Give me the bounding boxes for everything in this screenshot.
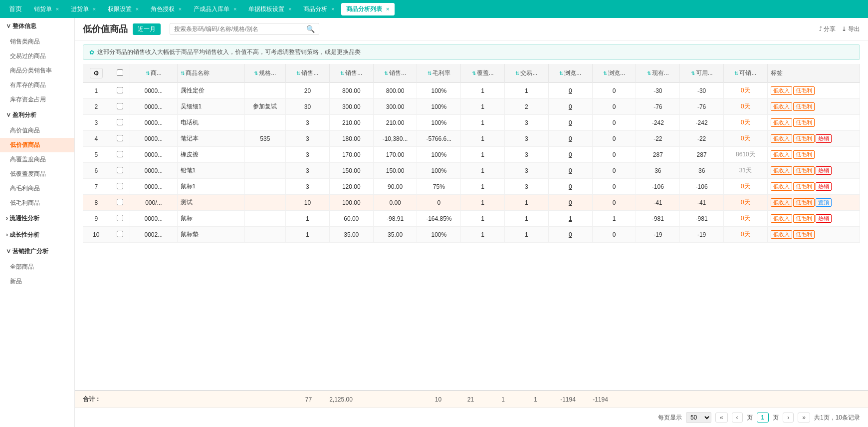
row-select-checkbox[interactable] xyxy=(117,103,123,109)
row-browse2: 0 xyxy=(592,179,636,195)
row-checkbox[interactable] xyxy=(110,179,130,195)
sidebar-section-marketing[interactable]: ∨ 营销推广分析 xyxy=(0,243,74,260)
row-browse1[interactable]: 0 xyxy=(548,83,592,99)
row-sale-val: 0.00 xyxy=(373,195,417,211)
col-header-name[interactable]: ⇅商品名称 xyxy=(177,64,244,83)
export-button[interactable]: ⤓ 导出 xyxy=(842,25,860,33)
col-header-stock[interactable]: ⇅现有... xyxy=(636,64,680,83)
sidebar-item-low-margin[interactable]: 低毛利商品 xyxy=(0,196,74,210)
row-select-checkbox[interactable] xyxy=(117,167,123,173)
col-header-sale-val[interactable]: ⇅销售... xyxy=(373,64,417,83)
sidebar-item-category-rate[interactable]: 商品分类销售率 xyxy=(0,63,74,78)
sidebar-item-high-value[interactable]: 高价值商品 xyxy=(0,123,74,138)
sidebar-item-sales-products[interactable]: 销售类商品 xyxy=(0,34,74,49)
col-header-code[interactable]: ⇅商... xyxy=(130,64,178,83)
col-header-coverage[interactable]: ⇅覆盖... xyxy=(461,64,505,83)
search-input[interactable] xyxy=(174,25,306,32)
row-checkbox[interactable] xyxy=(110,195,130,211)
tag-label: 低毛利 xyxy=(793,102,815,111)
sidebar-item-traded[interactable]: 交易过的商品 xyxy=(0,49,74,63)
first-page-button[interactable]: « xyxy=(715,413,728,423)
col-header-sale-qty[interactable]: ⇅销售... xyxy=(286,64,330,83)
last-page-button[interactable]: » xyxy=(798,413,810,423)
settings-gear-button[interactable]: ⚙ xyxy=(90,68,103,78)
sidebar-item-all-products[interactable]: 全部商品 xyxy=(0,260,74,274)
row-sale-qty: 3 xyxy=(286,147,330,163)
row-browse1[interactable]: 0 xyxy=(548,131,592,147)
sidebar-item-inventory-capital[interactable]: 库存资金占用 xyxy=(0,92,74,107)
sidebar-item-in-stock[interactable]: 有库存的商品 xyxy=(0,78,74,92)
col-header-checkbox[interactable] xyxy=(110,64,130,83)
nav-home[interactable]: 首页 xyxy=(4,2,27,15)
sidebar-section-circulation[interactable]: › 流通性分析 xyxy=(0,210,74,227)
search-icon[interactable]: 🔍 xyxy=(306,25,315,33)
row-select-checkbox[interactable] xyxy=(117,215,123,221)
nav-purchase[interactable]: 进货单 × xyxy=(66,3,101,15)
row-checkbox[interactable] xyxy=(110,211,130,227)
col-header-sellable[interactable]: ⇅可销... xyxy=(724,64,768,83)
row-select-checkbox[interactable] xyxy=(117,183,123,189)
row-gross-rate: 75% xyxy=(417,179,461,195)
row-select-checkbox[interactable] xyxy=(117,231,123,237)
sidebar-item-new-products[interactable]: 新品 xyxy=(0,274,74,289)
row-browse1[interactable]: 0 xyxy=(548,163,592,179)
sidebar-item-high-margin[interactable]: 高毛利商品 xyxy=(0,181,74,196)
row-browse1[interactable]: 0 xyxy=(548,99,592,115)
row-checkbox[interactable] xyxy=(110,99,130,115)
filter-recent-month-button[interactable]: 近一月 xyxy=(133,23,161,35)
info-bar: ✿ 这部分商品的销售收入大幅低于商品平均销售收入，价值不高，可考虑调整营销策略，… xyxy=(83,44,860,60)
row-browse1[interactable]: 0 xyxy=(548,179,592,195)
row-checkbox[interactable] xyxy=(110,83,130,99)
sidebar-item-low-value[interactable]: 低价值商品 xyxy=(0,138,74,152)
row-sale-amt: 120.00 xyxy=(329,179,373,195)
share-button[interactable]: ⤴ 分享 xyxy=(819,25,836,33)
row-select-checkbox[interactable] xyxy=(117,119,123,125)
row-transactions: 3 xyxy=(505,147,549,163)
row-checkbox[interactable] xyxy=(110,131,130,147)
prev-page-button[interactable]: ‹ xyxy=(732,413,743,423)
row-select-checkbox[interactable] xyxy=(117,135,123,141)
nav-sales[interactable]: 销货单 × xyxy=(29,3,64,15)
row-checkbox[interactable] xyxy=(110,115,130,131)
row-browse1[interactable]: 0 xyxy=(548,147,592,163)
row-transactions: 3 xyxy=(505,131,549,147)
row-spec xyxy=(244,211,285,227)
col-header-browse1[interactable]: ⇅浏览... xyxy=(548,64,592,83)
nav-analysis-list[interactable]: 商品分析列表 × xyxy=(341,3,394,15)
select-all-checkbox[interactable] xyxy=(117,69,123,76)
sidebar-item-high-coverage[interactable]: 高覆盖度商品 xyxy=(0,152,74,167)
col-header-transactions[interactable]: ⇅交易... xyxy=(505,64,549,83)
sidebar-section-growth[interactable]: › 成长性分析 xyxy=(0,227,74,243)
col-header-sale-amt[interactable]: ⇅销售... xyxy=(329,64,373,83)
nav-permissions[interactable]: 权限设置 × xyxy=(103,3,144,15)
current-page-number[interactable]: 1 xyxy=(757,413,769,423)
next-page-button[interactable]: › xyxy=(783,413,794,423)
row-browse1[interactable]: 0 xyxy=(548,195,592,211)
sidebar-item-low-coverage[interactable]: 低覆盖度商品 xyxy=(0,167,74,181)
col-header-spec[interactable]: ⇅规格... xyxy=(244,64,285,83)
nav-analysis[interactable]: 商品分析 × xyxy=(298,3,339,15)
col-header-gross-rate[interactable]: ⇅毛利率 xyxy=(417,64,461,83)
row-checkbox[interactable] xyxy=(110,163,130,179)
row-browse2: 0 xyxy=(592,227,636,243)
row-browse1[interactable]: 0 xyxy=(548,115,592,131)
col-header-settings[interactable]: ⚙ xyxy=(83,64,110,83)
nav-template[interactable]: 单据模板设置 × xyxy=(243,3,296,15)
row-select-checkbox[interactable] xyxy=(117,87,123,93)
row-select-checkbox[interactable] xyxy=(117,199,123,205)
row-tags: 低收入低毛利热销 xyxy=(767,131,860,147)
col-header-browse2[interactable]: ⇅浏览... xyxy=(592,64,636,83)
nav-roles[interactable]: 角色授权 × xyxy=(146,3,187,15)
col-header-available[interactable]: ⇅可用... xyxy=(680,64,724,83)
row-sale-amt: 300.00 xyxy=(329,99,373,115)
row-checkbox[interactable] xyxy=(110,147,130,163)
page-label: 页 xyxy=(747,414,753,422)
nav-stock[interactable]: 产成品入库单 × xyxy=(189,3,241,15)
page-size-select[interactable]: 50 100 200 xyxy=(686,412,711,423)
row-browse1[interactable]: 1 xyxy=(548,211,592,227)
sidebar-section-profit[interactable]: ∨ 盈利分析 xyxy=(0,107,74,123)
row-checkbox[interactable] xyxy=(110,227,130,243)
sidebar-section-overall[interactable]: ∨ 整体信息 xyxy=(0,18,74,34)
row-browse1[interactable]: 0 xyxy=(548,227,592,243)
row-select-checkbox[interactable] xyxy=(117,151,123,157)
